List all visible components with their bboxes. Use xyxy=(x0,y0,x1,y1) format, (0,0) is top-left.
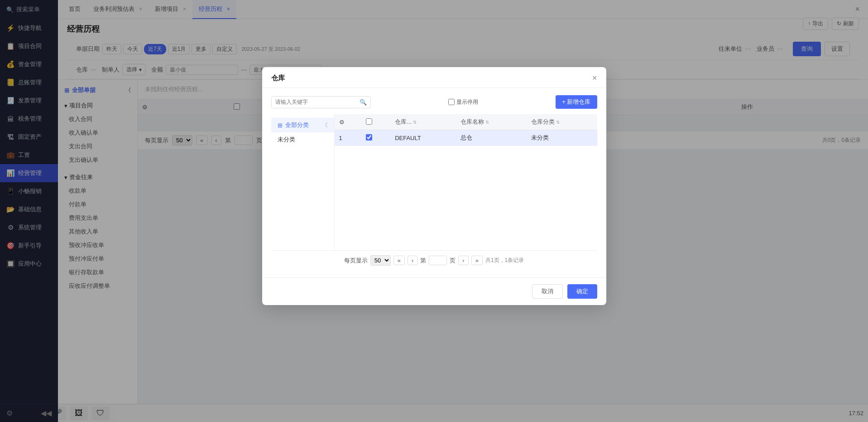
name-col-th: 仓库名称 ⇅ xyxy=(456,114,527,130)
dialog-prev-btn[interactable]: ‹ xyxy=(408,256,417,265)
show-disabled-label: 显示停用 xyxy=(456,98,478,106)
row-category: 未分类 xyxy=(527,130,597,146)
dialog-page-suffix: 页 xyxy=(450,257,456,265)
cancel-button[interactable]: 取消 xyxy=(532,284,563,299)
all-categories-icon: ⊞ xyxy=(278,122,283,129)
table-row[interactable]: 1 DEFAULT 总仓 未分类 xyxy=(335,130,597,146)
dialog-body: 🔍 显示停用 + 新增仓库 ⊞ 全部分类 《 未分类 xyxy=(262,88,606,277)
all-categories-item[interactable]: ⊞ 全部分类 《 xyxy=(271,118,334,132)
code-label: 仓库... xyxy=(395,118,412,126)
name-label: 仓库名称 xyxy=(460,118,484,126)
dialog-left-nav: ⊞ 全部分类 《 未分类 xyxy=(271,114,335,250)
search-wrap: 🔍 xyxy=(271,96,371,108)
row-name: 总仓 xyxy=(456,130,527,146)
warehouse-table: ⚙ 仓库... ⇅ 仓库名称 ⇅ xyxy=(335,114,597,146)
dialog-next-btn[interactable]: › xyxy=(458,256,468,265)
all-categories-label: 全部分类 xyxy=(285,121,309,129)
dialog-page-label: 第 xyxy=(420,257,426,265)
checkbox-th xyxy=(361,114,390,130)
dialog-header: 仓库 × xyxy=(262,67,606,88)
show-disabled-checkbox[interactable] xyxy=(448,99,455,105)
warehouse-dialog: 仓库 × 🔍 显示停用 + 新增仓库 ⊞ 全部分类 《 xyxy=(262,67,606,305)
code-sort-icon[interactable]: ⇅ xyxy=(413,120,417,125)
warehouse-table-body: 1 DEFAULT 总仓 未分类 xyxy=(335,130,597,146)
dialog-first-btn[interactable]: « xyxy=(393,256,405,265)
confirm-button[interactable]: 确定 xyxy=(567,284,597,299)
dialog-last-btn[interactable]: » xyxy=(471,256,483,265)
show-disabled-wrap: 显示停用 xyxy=(448,98,478,106)
collapse-left-icon[interactable]: 《 xyxy=(322,121,328,129)
dialog-split: ⊞ 全部分类 《 未分类 ⚙ 仓库... xyxy=(271,114,597,250)
dialog-left-item-未分类[interactable]: 未分类 xyxy=(271,132,334,147)
dialog-total-info: 共1页，1条记录 xyxy=(485,257,524,264)
dialog-page-input[interactable]: 1 xyxy=(429,256,447,265)
dialog-search-icon[interactable]: 🔍 xyxy=(356,97,370,108)
category-col-th: 仓库分类 ⇅ xyxy=(527,114,597,130)
dialog-per-page-label: 每页显示 xyxy=(344,257,368,265)
category-label: 仓库分类 xyxy=(531,118,555,126)
settings-icon-th[interactable]: ⚙ xyxy=(339,119,345,126)
category-sort-icon[interactable]: ⇅ xyxy=(556,120,560,125)
add-warehouse-button[interactable]: + 新增仓库 xyxy=(556,95,597,109)
name-sort-icon[interactable]: ⇅ xyxy=(485,120,489,125)
row-checkbox[interactable] xyxy=(361,130,390,146)
row-code: DEFAULT xyxy=(390,130,456,146)
code-col-th: 仓库... ⇅ xyxy=(390,114,456,130)
dialog-search-input[interactable] xyxy=(272,97,356,107)
dialog-left-items: 未分类 xyxy=(271,132,334,147)
dialog-per-page-select[interactable]: 50 xyxy=(370,255,391,266)
dialog-right-table: ⚙ 仓库... ⇅ 仓库名称 ⇅ xyxy=(335,114,597,250)
dialog-pagination: 每页显示 50 « ‹ 第 1 页 › » 共1页，1条记录 xyxy=(271,250,597,270)
dialog-footer: 取消 确定 xyxy=(262,277,606,305)
dialog-title: 仓库 xyxy=(271,74,285,82)
dialog-toolbar: 🔍 显示停用 + 新增仓库 xyxy=(271,95,597,109)
row-num: 1 xyxy=(335,130,362,146)
dialog-close-icon[interactable]: × xyxy=(592,73,597,83)
select-all-wh-checkbox[interactable] xyxy=(366,118,372,125)
settings-col-th: ⚙ xyxy=(335,114,362,130)
